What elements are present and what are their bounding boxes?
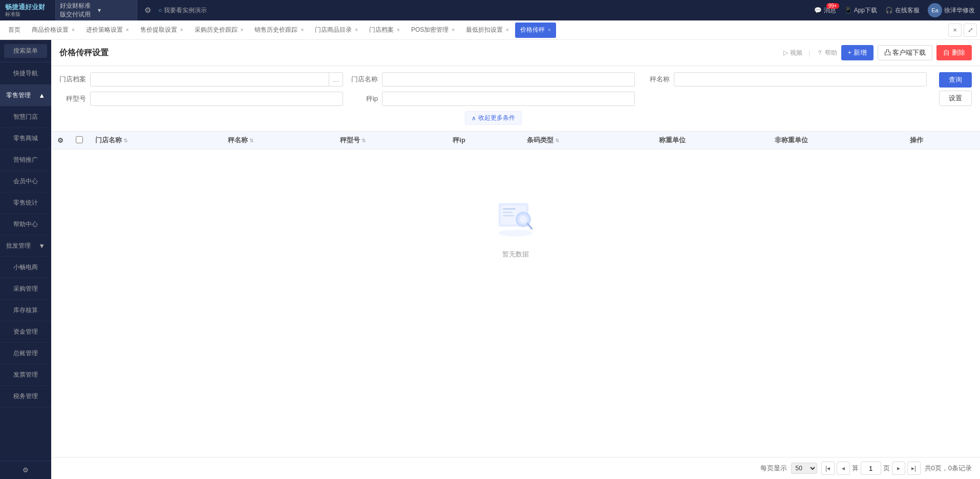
delete-btn[interactable]: 自 删除	[936, 45, 972, 60]
content-area: 价格传秤设置 ▷ 视频 | ？ 帮助 + 新增 凸 客户端下载 自 删除	[51, 40, 980, 479]
sort-scale-name-icon[interactable]: ⇅	[249, 138, 253, 143]
sidebar-item-purchase-mgmt[interactable]: 采购管理	[0, 278, 51, 300]
tab-store-catalog-close[interactable]: ×	[355, 27, 358, 33]
svg-rect-8	[503, 212, 512, 213]
store-file-input-group: …	[90, 72, 343, 86]
topbar-settings-icon[interactable]: ⚙	[142, 4, 153, 17]
filter-scale-ip: 秤ip	[351, 92, 635, 106]
tab-price-setting-close[interactable]: ×	[72, 27, 75, 33]
per-page-select[interactable]: 50 10 20 100	[791, 463, 817, 474]
sidebar-item-accounting[interactable]: 总账管理	[0, 343, 51, 364]
scale-name-input[interactable]	[674, 72, 927, 86]
sidebar-item-retail-mall[interactable]: 零售商城	[0, 128, 51, 149]
sidebar-quicknav-area: 快捷导航	[0, 62, 51, 85]
tab-sale-extract[interactable]: 售价提取设置 ×	[135, 23, 188, 38]
scale-name-label: 秤名称	[643, 75, 670, 84]
page-first-btn[interactable]: |◂	[821, 462, 835, 475]
sidebar-item-retail-mgmt[interactable]: 零售管理 ▲	[0, 85, 51, 106]
page-prev-btn[interactable]: ◂	[837, 462, 850, 475]
sidebar-item-retail-stats[interactable]: 零售统计	[0, 192, 51, 214]
tab-min-discount-close[interactable]: ×	[506, 27, 509, 33]
help-btn[interactable]: ？ 帮助	[817, 49, 837, 57]
scale-ip-input[interactable]	[382, 92, 635, 106]
query-btn[interactable]: 查询	[939, 72, 972, 88]
sidebar-item-finance[interactable]: 资金管理	[0, 321, 51, 343]
sort-scale-model-icon[interactable]: ⇅	[361, 138, 366, 143]
filter-store-name: 门店名称	[351, 72, 635, 86]
tab-pos-manage[interactable]: POS加密管理 ×	[406, 23, 460, 38]
sidebar-accounting-label: 总账管理	[13, 349, 38, 358]
add-btn[interactable]: + 新增	[841, 45, 874, 60]
online-service-btn[interactable]: 🎧 在线客服	[885, 6, 920, 15]
page-next-btn[interactable]: ▸	[892, 462, 905, 475]
sidebar-item-inventory[interactable]: 库存核算	[0, 300, 51, 321]
page-unit-label: 页	[883, 464, 890, 473]
quick-nav-btn[interactable]: 快捷导航	[4, 67, 47, 80]
help-label: 帮助	[825, 49, 837, 57]
tab-home[interactable]: 首页	[3, 23, 26, 38]
user-area[interactable]: Ea 徐泽华修改	[928, 3, 975, 17]
message-badge: 99+	[826, 3, 839, 9]
video-help-btn[interactable]: ▷ 视频	[783, 49, 802, 57]
search-menu-btn[interactable]: 搜索菜单	[4, 44, 47, 58]
sort-barcode-icon[interactable]: ⇅	[555, 138, 559, 143]
sidebar-item-help-center[interactable]: 帮助中心	[0, 214, 51, 235]
tab-expand-btn[interactable]: ⤢	[964, 24, 977, 37]
tab-sale-extract-close[interactable]: ×	[180, 27, 183, 33]
sidebar: 搜索菜单 快捷导航 零售管理 ▲ 智慧门店 零售商城 营销推广 会员中心 零售统…	[0, 40, 51, 479]
page-title: 价格传秤设置	[59, 48, 109, 58]
store-file-input[interactable]	[91, 72, 329, 86]
tab-close-all-btn[interactable]: ×	[948, 24, 962, 37]
sort-store-name-icon[interactable]: ⇅	[123, 138, 127, 143]
tab-store-file-close[interactable]: ×	[397, 27, 400, 33]
tab-purchase-strategy[interactable]: 进价策略设置 ×	[81, 23, 134, 38]
filter-actions: 查询 设置	[939, 72, 972, 106]
sidebar-item-batch-mgmt[interactable]: 批发管理 ▼	[0, 235, 51, 257]
tab-store-file[interactable]: 门店档案 ×	[364, 23, 405, 38]
sidebar-item-invoice[interactable]: 发票管理	[0, 364, 51, 386]
svg-point-5	[520, 216, 526, 223]
sidebar-item-xiaochang[interactable]: 小畅电商	[0, 257, 51, 278]
tab-price-setting[interactable]: 商品价格设置 ×	[27, 23, 80, 38]
message-btn[interactable]: 💬 消息 99+	[814, 6, 836, 15]
table-header-row: ⚙ 门店名称 ⇅ 秤名称	[51, 132, 980, 149]
tab-sale-history-close[interactable]: ×	[301, 27, 304, 33]
video-label: 视频	[790, 49, 802, 57]
tab-store-catalog[interactable]: 门店商品目录 ×	[310, 23, 363, 38]
logo-title: 畅捷通好业财	[5, 3, 45, 11]
demo-link[interactable]: 我要看实例演示	[158, 6, 207, 15]
tab-min-discount[interactable]: 最低折扣设置 ×	[461, 23, 514, 38]
tab-purchase-history[interactable]: 采购历史价跟踪 ×	[189, 23, 249, 38]
th-settings[interactable]: ⚙	[51, 132, 70, 149]
sidebar-marketing-label: 营销推广	[13, 156, 38, 164]
tab-purchase-history-close[interactable]: ×	[241, 27, 244, 33]
sidebar-item-smart-store[interactable]: 智慧门店	[0, 106, 51, 128]
logo: 畅捷通好业财 标准版	[5, 3, 45, 17]
download-btn[interactable]: 凸 客户端下载	[878, 45, 933, 60]
sidebar-settings-btn[interactable]: ⚙	[0, 461, 51, 479]
tab-pos-manage-close[interactable]: ×	[452, 27, 455, 33]
page-last-btn[interactable]: ▸|	[907, 462, 921, 475]
store-name-input[interactable]	[382, 72, 635, 86]
sidebar-item-member-center[interactable]: 会员中心	[0, 171, 51, 192]
app-download-label: App下载	[854, 6, 877, 15]
sidebar-help-center-label: 帮助中心	[13, 220, 38, 229]
th-scale-name: 秤名称 ⇅	[222, 132, 334, 149]
app-download-btn[interactable]: 📱 App下载	[844, 6, 877, 15]
sidebar-item-marketing[interactable]: 营销推广	[0, 149, 51, 171]
version-label: 好业财标准版交付试用	[60, 2, 95, 19]
page-number-input[interactable]	[861, 462, 881, 475]
select-all-checkbox[interactable]	[76, 136, 83, 143]
tab-purchase-strategy-label: 进价策略设置	[86, 26, 123, 34]
scale-model-input[interactable]	[90, 92, 343, 106]
per-page-label: 每页显示	[760, 464, 787, 473]
tab-purchase-strategy-close[interactable]: ×	[126, 27, 129, 33]
collapse-btn[interactable]: ∧ 收起更多条件	[465, 111, 522, 125]
tab-price-scale-close[interactable]: ×	[548, 27, 551, 33]
sidebar-item-tax[interactable]: 税务管理	[0, 386, 51, 407]
store-file-dots-btn[interactable]: …	[329, 73, 343, 86]
version-selector[interactable]: 好业财标准版交付试用 ▾	[55, 0, 137, 21]
set-btn[interactable]: 设置	[939, 91, 972, 106]
tab-price-scale[interactable]: 价格传秤 ×	[515, 23, 556, 38]
tab-sale-history[interactable]: 销售历史价跟踪 ×	[249, 23, 309, 38]
